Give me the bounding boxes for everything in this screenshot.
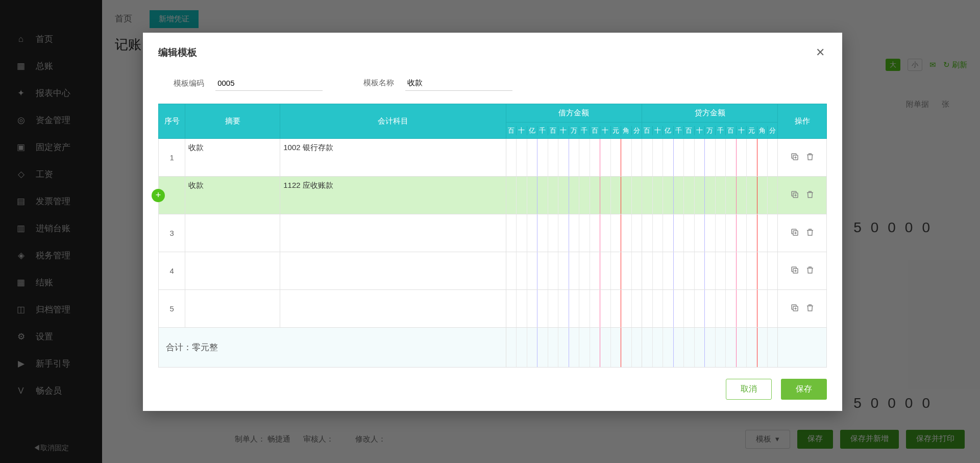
total-debit (506, 328, 642, 368)
template-table: 序号 摘要 会计科目 借方金额 贷方金额 操作 百十亿千百十万千百十元角分 百十… (158, 104, 827, 368)
total-row: 合计：零元整 (159, 328, 827, 368)
template-code-input[interactable] (215, 76, 323, 91)
row-ops (778, 177, 827, 214)
row-ops (778, 214, 827, 252)
row-account[interactable]: 1002 银行存款 (280, 139, 506, 177)
row-account[interactable] (280, 252, 506, 290)
dialog-title: 编辑模板 (158, 46, 197, 59)
edit-template-dialog: 编辑模板 ✕ 模板编码 模板名称 序号 摘要 会计科目 借方金额 贷方金额 操作… (143, 33, 842, 411)
dialog-close-button[interactable]: ✕ (814, 44, 827, 61)
template-name-field: 模板名称 (363, 76, 512, 91)
row-credit[interactable] (642, 252, 778, 290)
delete-row-icon[interactable] (805, 228, 815, 237)
add-row-button[interactable]: + (152, 189, 165, 202)
row-debit[interactable] (506, 214, 642, 252)
save-button[interactable]: 保存 (781, 379, 827, 400)
table-row[interactable]: +收款1122 应收账款 (159, 177, 827, 214)
copy-row-icon[interactable] (790, 152, 799, 161)
row-credit[interactable] (642, 214, 778, 252)
row-credit[interactable] (642, 177, 778, 214)
debit-digits: 百十亿千百十万千百十元角分 (506, 123, 642, 139)
table-row[interactable]: 4 (159, 252, 827, 290)
row-summary[interactable] (185, 214, 280, 252)
row-account[interactable] (280, 214, 506, 252)
copy-row-icon[interactable] (790, 303, 799, 312)
row-idx: 1 (159, 139, 185, 177)
cancel-button[interactable]: 取消 (726, 379, 772, 400)
template-code-field: 模板编码 (174, 76, 323, 91)
col-ops: 操作 (778, 104, 827, 139)
copy-row-icon[interactable] (790, 265, 799, 275)
total-credit (642, 328, 778, 368)
total-cell: 合计：零元整 (159, 328, 506, 368)
col-summary: 摘要 (185, 104, 280, 139)
row-idx: 4 (159, 252, 185, 290)
row-summary[interactable] (185, 290, 280, 328)
row-debit[interactable] (506, 139, 642, 177)
copy-row-icon[interactable] (790, 228, 799, 237)
delete-row-icon[interactable] (805, 190, 815, 199)
credit-digits: 百十亿千百十万千百十元角分 (642, 123, 778, 139)
row-credit[interactable] (642, 290, 778, 328)
template-name-input[interactable] (405, 76, 512, 91)
code-label: 模板编码 (174, 79, 204, 87)
row-debit[interactable] (506, 177, 642, 214)
row-ops (778, 139, 827, 177)
row-debit[interactable] (506, 252, 642, 290)
row-summary[interactable] (185, 252, 280, 290)
delete-row-icon[interactable] (805, 303, 815, 312)
row-idx: + (159, 177, 185, 214)
col-idx: 序号 (159, 104, 185, 139)
row-debit[interactable] (506, 290, 642, 328)
row-summary[interactable]: 收款 (185, 177, 280, 214)
row-credit[interactable] (642, 139, 778, 177)
row-ops (778, 252, 827, 290)
table-row[interactable]: 1收款1002 银行存款 (159, 139, 827, 177)
col-credit: 贷方金额 (642, 104, 778, 123)
copy-row-icon[interactable] (790, 190, 799, 199)
table-row[interactable]: 5 (159, 290, 827, 328)
total-ops (778, 328, 827, 368)
row-ops (778, 290, 827, 328)
table-row[interactable]: 3 (159, 214, 827, 252)
name-label: 模板名称 (363, 78, 394, 87)
col-account: 会计科目 (280, 104, 506, 139)
col-debit: 借方金额 (506, 104, 642, 123)
row-idx: 5 (159, 290, 185, 328)
row-summary[interactable]: 收款 (185, 139, 280, 177)
row-idx: 3 (159, 214, 185, 252)
delete-row-icon[interactable] (805, 265, 815, 275)
delete-row-icon[interactable] (805, 152, 815, 161)
row-account[interactable] (280, 290, 506, 328)
row-account[interactable]: 1122 应收账款 (280, 177, 506, 214)
